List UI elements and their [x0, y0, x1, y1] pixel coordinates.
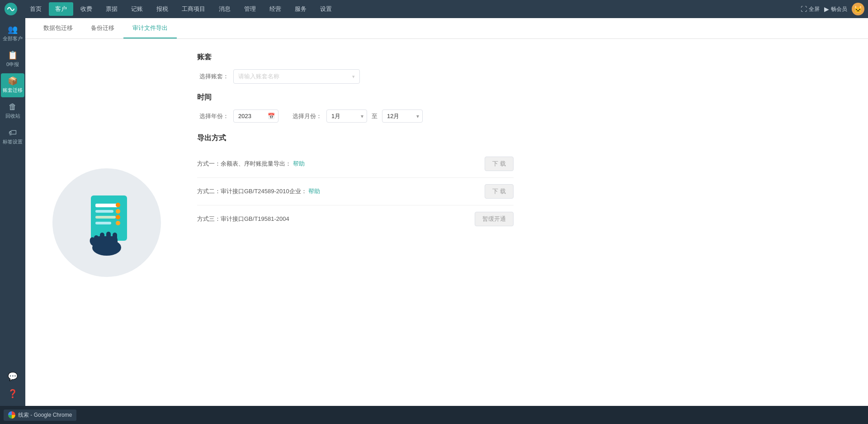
top-nav-right: ⛶ 全屏 ▶ 畅会员 🐱: [801, 3, 864, 15]
time-form-row: 选择年份： 📅 选择月份： 1月2月3月4月 5月6月7月8月 9月10月11月…: [197, 110, 514, 123]
sidebar-item-tag-settings[interactable]: 🏷 标签设置: [1, 125, 24, 149]
svg-rect-14: [106, 232, 111, 242]
tab-audit-export[interactable]: 审计文件导出: [123, 19, 177, 38]
method3-text: 方式三：审计接口GB/T19581-2004: [197, 215, 289, 222]
sidebar-item-help[interactable]: 💬: [1, 369, 24, 384]
year-input[interactable]: [233, 110, 278, 123]
member-btn[interactable]: ▶ 畅会员: [824, 5, 847, 13]
sidebar-item-zero-declare[interactable]: 📋 0申报: [1, 48, 24, 71]
svg-point-9: [116, 221, 120, 225]
month-end-select[interactable]: 1月2月3月4月 5月6月7月8月 9月10月11月 12月: [382, 110, 423, 123]
method1-help-link[interactable]: 帮助: [293, 160, 305, 167]
all-customers-icon: 👥: [8, 25, 18, 33]
month-start-wrapper: 1月2月3月4月 5月6月7月8月 9月10月11月12月: [326, 110, 367, 123]
month-start-select[interactable]: 1月2月3月4月 5月6月7月8月 9月10月11月12月: [326, 110, 367, 123]
account-form-row: 选择账套： 请输入账套名称 ▾: [197, 69, 514, 84]
tag-settings-icon: 🏷: [9, 129, 17, 137]
sidebar-item-feedback[interactable]: ❓: [1, 386, 24, 401]
chrome-icon: [8, 411, 15, 419]
export-method-3: 方式三：审计接口GB/T19581-2004 暂缓开通: [197, 205, 514, 233]
svg-rect-13: [100, 233, 104, 243]
member-label: 畅会员: [831, 5, 847, 13]
nav-bookkeeping[interactable]: 记账: [125, 2, 149, 16]
svg-rect-15: [113, 233, 117, 242]
nav-operation[interactable]: 经营: [263, 2, 288, 16]
account-section-title: 账套: [197, 52, 514, 62]
month-end-wrapper: 1月2月3月4月 5月6月7月8月 9月10月11月 12月: [382, 110, 423, 123]
sidebar-item-recycle[interactable]: 🗑 回收站: [1, 99, 24, 123]
svg-rect-3: [95, 210, 113, 213]
year-input-wrapper: 📅: [233, 110, 278, 123]
sidebar-item-label-all-customers: 全部客户: [3, 35, 23, 42]
help-icon: 💬: [8, 372, 18, 381]
nav-home[interactable]: 首页: [24, 2, 48, 16]
method3-open-btn[interactable]: 暂缓开通: [475, 212, 514, 226]
form-area: 账套 选择账套： 请输入账套名称 ▾ 时间 选择年份：: [197, 52, 514, 392]
illustration-area: [43, 52, 170, 392]
account-select-arrow-icon: ▾: [352, 74, 355, 80]
page-content: 账套 选择账套： 请输入账套名称 ▾ 时间 选择年份：: [25, 39, 868, 406]
member-icon: ▶: [824, 5, 829, 13]
sidebar-bottom: 💬 ❓: [1, 369, 24, 406]
method2-text: 方式二：审计接口GB/T24589-2010企业：: [197, 188, 307, 195]
method1-text: 方式一：余额表、序时账批量导出：: [197, 160, 291, 167]
tab-data-migrate[interactable]: 数据包迁移: [34, 19, 82, 38]
recycle-icon: 🗑: [9, 103, 17, 111]
content-area: 数据包迁移 备份迁移 审计文件导出: [25, 18, 868, 406]
sidebar: 👥 全部客户 📋 0申报 📦 账套迁移 🗑 回收站 🏷 标签设置 💬 ❓: [0, 18, 25, 406]
nav-tax[interactable]: 报税: [150, 2, 175, 16]
top-nav: 首页 客户 收费 票据 记账 报税 工商项目 消息 管理 经营 服务 设置 ⛶ …: [0, 0, 868, 18]
year-select-label: 选择年份：: [197, 112, 229, 120]
nav-income[interactable]: 收费: [74, 2, 99, 16]
taskbar: 线索 - Google Chrome: [0, 406, 868, 424]
time-separator: 至: [372, 112, 377, 120]
export-method-1: 方式一：余额表、序时账批量导出： 帮助 下 载: [197, 150, 514, 178]
account-migrate-icon: 📦: [8, 77, 18, 85]
account-select-placeholder: 请输入账套名称: [238, 72, 279, 81]
taskbar-item-label: 线索 - Google Chrome: [18, 411, 72, 419]
tabs-bar: 数据包迁移 备份迁移 审计文件导出: [25, 18, 868, 39]
sidebar-item-all-customers[interactable]: 👥 全部客户: [1, 22, 24, 46]
illustration-circle: [52, 168, 161, 277]
sidebar-item-label-recycle: 回收站: [5, 113, 20, 119]
account-select-box[interactable]: 请输入账套名称 ▾: [233, 69, 360, 84]
export-method-3-label: 方式三：审计接口GB/T19581-2004: [197, 215, 289, 223]
export-method-2-label: 方式二：审计接口GB/T24589-2010企业： 帮助: [197, 187, 320, 195]
nav-manage[interactable]: 管理: [238, 2, 262, 16]
nav-service[interactable]: 服务: [288, 2, 313, 16]
sidebar-item-account-migrate[interactable]: 📦 账套迁移: [1, 73, 24, 97]
top-nav-items: 首页 客户 收费 票据 记账 报税 工商项目 消息 管理 经营 服务 设置: [24, 2, 801, 16]
nav-invoice[interactable]: 票据: [99, 2, 124, 16]
app-logo: [4, 2, 18, 16]
method2-download-btn[interactable]: 下 载: [485, 184, 514, 199]
main-layout: 👥 全部客户 📋 0申报 📦 账套迁移 🗑 回收站 🏷 标签设置 💬 ❓: [0, 18, 868, 406]
zero-declare-icon: 📋: [8, 51, 18, 59]
illustration-svg: [71, 182, 143, 263]
svg-point-8: [116, 215, 120, 219]
sidebar-item-label-account-migrate: 账套迁移: [3, 87, 23, 94]
export-method-2: 方式二：审计接口GB/T24589-2010企业： 帮助 下 载: [197, 178, 514, 205]
time-section: 时间 选择年份： 📅 选择月份： 1月2月3月4月 5月6月7月8月: [197, 93, 514, 123]
nav-message[interactable]: 消息: [212, 2, 237, 16]
sidebar-item-label-zero-declare: 0申报: [6, 61, 19, 68]
fullscreen-icon: ⛶: [801, 5, 807, 13]
tab-backup-migrate[interactable]: 备份迁移: [82, 19, 123, 38]
nav-customer[interactable]: 客户: [49, 2, 73, 16]
sidebar-item-label-tag-settings: 标签设置: [3, 138, 23, 145]
export-section-title: 导出方式: [197, 133, 514, 143]
taskbar-chrome-item[interactable]: 线索 - Google Chrome: [4, 410, 76, 421]
account-select-label: 选择账套：: [197, 72, 229, 81]
fullscreen-btn[interactable]: ⛶ 全屏: [801, 5, 820, 13]
nav-settings[interactable]: 设置: [314, 2, 338, 16]
method2-help-link[interactable]: 帮助: [308, 188, 320, 195]
account-section: 账套 选择账套： 请输入账套名称 ▾: [197, 52, 514, 84]
export-method-1-label: 方式一：余额表、序时账批量导出： 帮助: [197, 160, 305, 168]
nav-business[interactable]: 工商项目: [175, 2, 212, 16]
method1-download-btn[interactable]: 下 载: [485, 157, 514, 171]
export-section: 导出方式 方式一：余额表、序时账批量导出： 帮助 下 载 方式二：审计接口GB/…: [197, 133, 514, 233]
user-avatar[interactable]: 🐱: [852, 3, 864, 15]
feedback-icon: ❓: [8, 390, 18, 398]
svg-rect-5: [95, 222, 111, 224]
month-select-label: 选择月份：: [290, 112, 322, 120]
fullscreen-label: 全屏: [809, 5, 820, 13]
